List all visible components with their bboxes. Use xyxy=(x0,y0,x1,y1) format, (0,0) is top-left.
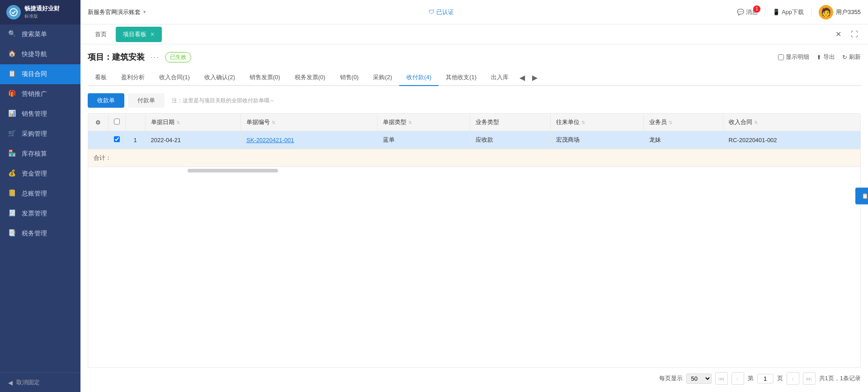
row-settings xyxy=(88,131,108,149)
sidebar-item-label: 采购管理 xyxy=(22,130,47,138)
sidebar: 畅捷通好业财 标准版 🔍 搜索菜单 🏠 快捷导航 📋 项目合同 🎁 营销推广 📊… xyxy=(0,0,80,392)
income-contract-column-header[interactable]: 收入合同 ⇅ xyxy=(723,114,860,131)
code-column-header[interactable]: 单据编号 ⇅ xyxy=(241,114,377,131)
divider xyxy=(765,8,765,17)
app-download-button[interactable]: 📱 App下载 xyxy=(773,8,804,16)
sidebar-item-marketing[interactable]: 🎁 营销推广 xyxy=(0,84,80,104)
subtab-sales[interactable]: 销售(0) xyxy=(333,70,366,86)
shield-icon: 🛡 xyxy=(429,9,434,15)
pagination-last-btn[interactable]: ⏭ xyxy=(803,372,816,385)
app-name: 畅捷通好业财 xyxy=(24,5,60,13)
partner-sort-icon: ⇅ xyxy=(581,120,585,125)
subtab-prev-arrow[interactable]: ◀ xyxy=(516,72,528,84)
date-column-header[interactable]: 单据日期 ⇅ xyxy=(145,114,241,131)
settings-column-header[interactable]: ⚙ xyxy=(88,114,108,131)
project-more-button[interactable]: ··· xyxy=(150,53,160,62)
app-logo xyxy=(6,5,21,19)
type-column-header[interactable]: 单据类型 ⇅ xyxy=(377,114,470,131)
pagination-current-input[interactable] xyxy=(757,374,774,383)
right-action-icon: 📋 xyxy=(862,192,868,200)
subtab-income-contract[interactable]: 收入合同(1) xyxy=(152,70,197,86)
refresh-button[interactable]: ↻ 刷新 xyxy=(842,53,861,61)
row-checkbox-cell[interactable] xyxy=(108,131,125,149)
user-menu[interactable]: 🧑 用户3355 xyxy=(819,5,861,19)
phone-icon: 📱 xyxy=(773,9,780,15)
partner-column-header[interactable]: 往来单位 ⇅ xyxy=(551,114,644,131)
page-label: 第 xyxy=(748,374,754,382)
sidebar-item-inventory[interactable]: 🏪 库存核算 xyxy=(0,144,80,164)
inner-tab-payment[interactable]: 付款单 xyxy=(128,93,165,108)
checkbox-column-header[interactable] xyxy=(108,114,125,131)
tab-close-icon[interactable]: ✕ xyxy=(150,31,155,38)
tabbar-actions: ✕ ⛶ xyxy=(832,28,861,41)
show-detail-checkbox[interactable]: 显示明细 xyxy=(778,53,809,61)
pagination-prev-btn[interactable]: ‹ xyxy=(731,372,744,385)
sidebar-item-invoice[interactable]: 🧾 发票管理 xyxy=(0,204,80,224)
export-button[interactable]: ⬆ 导出 xyxy=(816,53,835,61)
inner-tab-note: 注：这里是与项目关联的全部收付款单哦～ xyxy=(172,97,275,105)
sidebar-item-label: 总账管理 xyxy=(22,190,47,198)
purchase-icon: 🛒 xyxy=(8,129,17,139)
subtab-next-arrow[interactable]: ▶ xyxy=(528,72,541,84)
tabbar: 首页 项目看板 ✕ ✕ ⛶ xyxy=(80,24,868,44)
sidebar-item-tax[interactable]: 📑 税务管理 xyxy=(0,224,80,244)
main-area: 新服务官网演示账套 ▾ 🛡 已认证 💬 消息 1 📱 App下载 🧑 用户335… xyxy=(80,0,868,392)
topbar-actions: 💬 消息 1 📱 App下载 🧑 用户3355 xyxy=(737,5,861,19)
sidebar-item-search[interactable]: 🔍 搜索菜单 xyxy=(0,24,80,44)
subtab-income-confirm[interactable]: 收入确认(2) xyxy=(197,70,242,86)
per-page-select[interactable]: 50 100 xyxy=(686,373,712,384)
sidebar-item-purchase[interactable]: 🛒 采购管理 xyxy=(0,124,80,144)
tab-close-window-button[interactable]: ✕ xyxy=(832,28,844,41)
row-type: 蓝单 xyxy=(377,131,470,149)
tab-fullscreen-button[interactable]: ⛶ xyxy=(848,28,861,41)
tab-project-board-label: 项目看板 xyxy=(123,30,146,38)
sidebar-item-ledger[interactable]: 📒 总账管理 xyxy=(0,184,80,204)
per-page-label: 每页显示 xyxy=(659,374,683,382)
sidebar-item-label: 税务管理 xyxy=(22,229,47,238)
tab-home[interactable]: 首页 xyxy=(88,27,114,42)
inner-tab-receipt[interactable]: 收款单 xyxy=(88,93,124,108)
workspace-selector[interactable]: 新服务官网演示账套 ▾ xyxy=(88,8,146,16)
row-checkbox[interactable] xyxy=(114,136,120,142)
subtab-tax-invoice[interactable]: 税务发票(0) xyxy=(288,70,333,86)
pagination-first-btn[interactable]: ⏮ xyxy=(715,372,728,385)
sidebar-item-capital[interactable]: 💰 资金管理 xyxy=(0,164,80,184)
table-row: 1 2022-04-21 SK-20220421-001 蓝单 应收款 宏茂商场… xyxy=(88,131,860,149)
show-detail-input[interactable] xyxy=(778,54,784,60)
app-download-label: App下载 xyxy=(782,8,804,16)
subtab-sales-invoice[interactable]: 销售发票(0) xyxy=(242,70,288,86)
sidebar-unpin[interactable]: ◀ 取消固定 xyxy=(0,373,80,392)
subtab-profit[interactable]: 盈利分析 xyxy=(114,70,152,86)
row-num: 1 xyxy=(125,131,145,149)
select-all-checkbox[interactable] xyxy=(114,119,120,124)
subtab-other-income[interactable]: 其他收支(1) xyxy=(439,70,484,86)
right-action-button[interactable]: 📋 xyxy=(855,188,868,205)
tab-project-board[interactable]: 项目看板 ✕ xyxy=(116,27,162,42)
data-table-container: ⚙ 单据日期 ⇅ xyxy=(88,113,861,368)
sidebar-item-sales[interactable]: 📊 销售管理 xyxy=(0,104,80,124)
subtab-payment[interactable]: 收付款(4) xyxy=(399,70,439,86)
content-area: 项目：建筑安装 ··· 已生效 显示明细 ⬆ 导出 ↻ 刷新 xyxy=(80,44,868,392)
pagination-total: 共1页，1条记录 xyxy=(819,374,861,382)
num-column-header xyxy=(125,114,145,131)
scrollbar-row xyxy=(88,167,860,174)
subtab-kanban[interactable]: 看板 xyxy=(88,70,114,86)
messages-button[interactable]: 💬 消息 1 xyxy=(737,8,758,16)
sidebar-item-contract[interactable]: 📋 项目合同 xyxy=(0,64,80,84)
sidebar-item-label: 发票管理 xyxy=(22,210,47,218)
project-header-actions: 显示明细 ⬆ 导出 ↻ 刷新 xyxy=(778,53,861,61)
sidebar-nav: 🔍 搜索菜单 🏠 快捷导航 📋 项目合同 🎁 营销推广 📊 销售管理 🛒 采购管… xyxy=(0,24,80,373)
subtab-purchase[interactable]: 采购(2) xyxy=(366,70,399,86)
subtab-inout[interactable]: 出入库 xyxy=(484,70,516,86)
sidebar-item-label: 搜索菜单 xyxy=(22,30,47,38)
code-sort-icon: ⇅ xyxy=(272,120,275,125)
sidebar-item-quick[interactable]: 🏠 快捷导航 xyxy=(0,44,80,64)
pagination-next-btn[interactable]: › xyxy=(787,372,799,385)
sidebar-item-label: 项目合同 xyxy=(22,70,47,78)
message-icon: 💬 xyxy=(737,9,744,15)
row-date: 2022-04-21 xyxy=(145,131,241,149)
salesperson-column-header[interactable]: 业务员 ⇅ xyxy=(643,114,723,131)
contract-icon: 📋 xyxy=(8,70,17,79)
horizontal-scrollbar[interactable] xyxy=(188,169,278,172)
row-code[interactable]: SK-20220421-001 xyxy=(241,131,377,149)
